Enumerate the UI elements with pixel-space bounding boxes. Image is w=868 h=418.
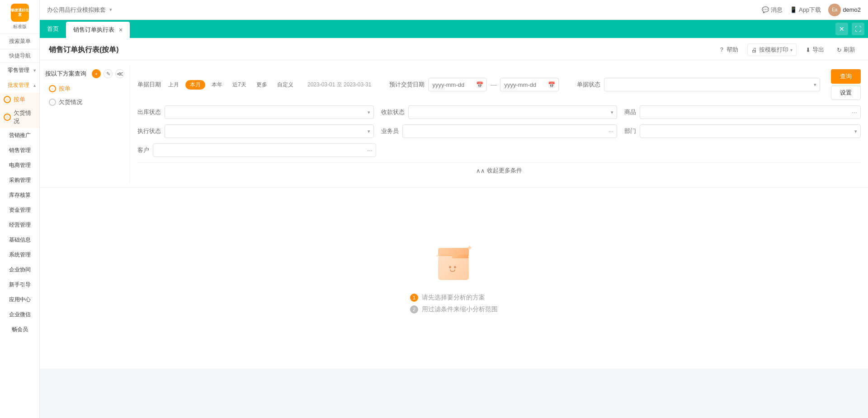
sidebar-item-corp[interactable]: 企业协同	[0, 262, 39, 277]
filter-scheme-title: 按以下方案查询 + ✎ ≪	[45, 69, 124, 78]
tab-home[interactable]: 首页	[40, 20, 66, 38]
sidebar-nav[interactable]: 快捷导航	[0, 49, 39, 63]
goods-wrapper: ···	[640, 105, 861, 119]
collapse-icon: ≪	[117, 70, 123, 77]
date-tab-7days[interactable]: 近7天	[229, 80, 250, 90]
header-dropdown-icon[interactable]: ▾	[109, 7, 112, 13]
sidebar-search[interactable]: 搜索菜单	[0, 34, 39, 49]
sidebar-item-retail[interactable]: 零售管理 ▾	[0, 63, 39, 78]
out-status-select[interactable]	[165, 105, 374, 119]
app-download-label: App下载	[799, 6, 821, 14]
sidebar-item-operation[interactable]: 经营管理	[0, 218, 39, 233]
sidebar-item-ecom[interactable]: 电商管理	[0, 158, 39, 173]
avatar-image: Ea	[828, 4, 841, 16]
salesperson-wrapper: ···	[402, 124, 618, 138]
sidebar-item-guide[interactable]: 新手引导	[0, 277, 39, 292]
filter-row-4: 客户 ···	[137, 143, 861, 157]
sidebar-item-purchase[interactable]: 采购管理	[0, 173, 39, 188]
header-breadcrumb: 办公用品行业模拟账套 ▾	[47, 6, 112, 14]
filter-scheme-label: 按以下方案查询	[45, 70, 86, 78]
date-tab-more[interactable]: 更多	[253, 80, 271, 90]
date-tab-prev-month[interactable]: 上月	[165, 80, 183, 90]
page-inner: 销售订单执行表(按单) ？ 帮助 🖨 按模板打印 ▾ ⬇ 导出	[40, 38, 868, 369]
refresh-icon: ↻	[837, 47, 842, 53]
print-arrow-icon: ▾	[790, 48, 793, 52]
calendar-end-icon: 📅	[548, 81, 555, 88]
sidebar-item-sales[interactable]: 销售管理	[0, 143, 39, 158]
customer-input[interactable]	[153, 143, 376, 157]
collect-status-select[interactable]	[408, 105, 618, 119]
tab-close-icon[interactable]: ×	[119, 26, 123, 33]
tab-bar: 首页 销售订单执行表 × ✕ ⛶	[40, 20, 868, 38]
date-tab-this-year[interactable]: 本年	[208, 80, 226, 90]
window-close-button[interactable]: ✕	[835, 23, 848, 35]
sidebar-item-marketing[interactable]: 营销推广	[0, 128, 39, 143]
date-label: 单据日期	[137, 81, 161, 89]
customer-label: 客户	[137, 146, 149, 154]
sidebar-item-finance[interactable]: 资金管理	[0, 203, 39, 218]
collect-status-label: 收款状态	[381, 108, 405, 116]
salesperson-group: 业务员 ···	[381, 124, 618, 138]
print-label: 按模板打印	[759, 46, 788, 54]
sidebar-item-stock[interactable]: 库存核算	[0, 188, 39, 203]
help-label: 帮助	[726, 46, 738, 54]
sidebar-sub-item-order[interactable]: ○ 按单	[0, 93, 39, 106]
help-button[interactable]: ？ 帮助	[715, 44, 742, 56]
header-right: 💬 消息 📱 App下载 Ea demo2	[762, 4, 861, 16]
expected-date-label: 预计交货日期	[389, 81, 425, 89]
out-status-group: 出库状态 ▾	[137, 105, 374, 119]
message-action[interactable]: 💬 消息	[762, 6, 783, 14]
sidebar-item-app[interactable]: 应用中心	[0, 292, 39, 307]
salesperson-label: 业务员	[381, 127, 399, 135]
user-avatar[interactable]: Ea demo2	[828, 4, 861, 16]
page-title: 销售订单执行表(按单)	[49, 45, 119, 55]
date-tab-this-month[interactable]: 本月	[185, 80, 205, 90]
dept-wrapper: ▾	[640, 124, 861, 138]
dept-select[interactable]	[640, 124, 861, 138]
filter-row-3: 执行状态 ▾ 业务员 ···	[137, 124, 861, 138]
sidebar-item-member[interactable]: 畅会员	[0, 322, 39, 337]
sidebar-sub-wholesale: ○ 按单 ○ 欠货情况	[0, 93, 39, 128]
empty-icon: ✦ ✦ ↑	[431, 239, 476, 285]
sidebar-item-wholesale[interactable]: 批发管理 ▴	[0, 78, 39, 93]
scheme-item-debt[interactable]: ○ 欠货情况	[45, 95, 124, 109]
page-content: 销售订单执行表(按单) ？ 帮助 🖨 按模板打印 ▾ ⬇ 导出	[40, 38, 868, 418]
filter-icons: + ✎ ≪	[92, 69, 124, 78]
main-area: 办公用品行业模拟账套 ▾ 💬 消息 📱 App下载 Ea demo2 首页	[40, 0, 868, 418]
refresh-button[interactable]: ↻ 刷新	[833, 44, 859, 56]
print-button[interactable]: 🖨 按模板打印 ▾	[747, 43, 797, 56]
user-name: demo2	[843, 6, 861, 13]
expected-date-start-wrap: 📅	[428, 78, 487, 91]
export-button[interactable]: ⬇ 导出	[802, 44, 828, 56]
filter-collapse-icon[interactable]: ≪	[115, 69, 124, 78]
exec-status-wrapper: ▾	[165, 124, 374, 138]
app-download-action[interactable]: 📱 App下载	[790, 6, 821, 14]
sidebar-item-wechat[interactable]: 企业微信	[0, 307, 39, 322]
scheme-item-order[interactable]: ○ 按单	[45, 82, 124, 95]
tab-active[interactable]: 销售订单执行表 ×	[66, 22, 130, 38]
date-tab-custom[interactable]: 自定义	[274, 80, 297, 90]
search-button[interactable]: 查询	[831, 69, 861, 84]
sidebar: 畅捷通好生意 标准版 搜索菜单 快捷导航 零售管理 ▾ 批发管理 ▴ ○ 按单 …	[0, 0, 40, 418]
tab-home-label: 首页	[47, 25, 59, 33]
scheme-label-debt: 欠货情况	[59, 98, 82, 106]
goods-input[interactable]	[640, 105, 861, 119]
settings-button[interactable]: 设置	[831, 86, 861, 100]
empty-line-1: 1 请先选择要分析的方案	[410, 294, 498, 302]
status-select-wrapper: ▾	[604, 78, 820, 91]
filter-add-icon[interactable]: +	[92, 69, 101, 78]
scheme-icon-order: ○	[49, 85, 56, 92]
page-title-bar: 销售订单执行表(按单) ？ 帮助 🖨 按模板打印 ▾ ⬇ 导出	[40, 38, 868, 60]
dept-label: 部门	[624, 127, 636, 135]
window-expand-button[interactable]: ⛶	[852, 23, 864, 35]
sidebar-item-basic[interactable]: 基础信息	[0, 233, 39, 247]
sidebar-sub-item-debt[interactable]: ○ 欠货情况	[0, 106, 39, 128]
sidebar-item-system[interactable]: 系统管理	[0, 247, 39, 262]
status-select[interactable]	[604, 78, 820, 91]
exec-status-select[interactable]	[165, 124, 374, 138]
collapse-more-button[interactable]: ∧∧ 收起更多条件	[137, 162, 861, 178]
filter-row-2: 出库状态 ▾ 收款状态 ▾	[137, 105, 861, 119]
filter-edit-icon[interactable]: ✎	[104, 69, 113, 78]
collapse-more-label: 收起更多条件	[487, 166, 522, 175]
salesperson-input[interactable]	[402, 124, 618, 138]
